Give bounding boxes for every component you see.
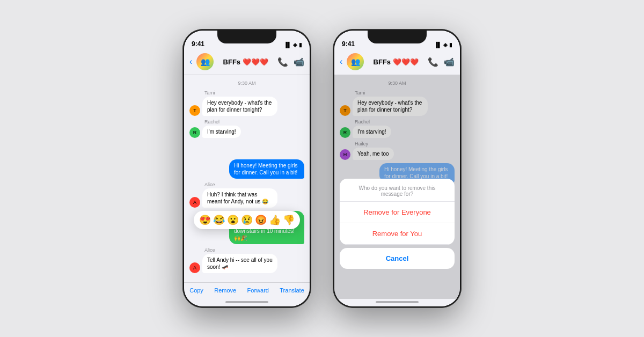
avatar-alice-1: A xyxy=(189,197,200,208)
bubble-1[interactable]: Hey everybody - what's the plan for dinn… xyxy=(202,97,277,116)
sender-alice-2: Alice xyxy=(204,247,304,253)
time-left: 9:41 xyxy=(192,40,204,48)
wifi-left: ◈ xyxy=(293,42,297,48)
messages-area-left: 9:30 AM Tarni T Hey everybody - what's t… xyxy=(184,75,310,282)
emoji-sad[interactable]: 😢 xyxy=(241,214,253,226)
msg-group-2: Rachel R I'm starving! xyxy=(189,119,304,138)
phone-left: 9:41 ▐▌ ◈ ▮ ‹ 👥 BFFs ❤️❤️❤️ 📞 📹 9:30 AM … xyxy=(182,29,311,308)
status-icons-left: ▐▌ ◈ ▮ xyxy=(284,42,302,48)
message-row-2: R I'm starving! xyxy=(189,126,304,138)
header-icons-right: 📞 📹 xyxy=(428,57,455,67)
sender-tarni: Tarni xyxy=(204,90,304,96)
signal-left: ▐▌ xyxy=(284,42,291,48)
outgoing-group-left: 😍 😂 😮 😢 😡 👍 👎 Hi honey! Meeting the girl… xyxy=(189,141,304,179)
messages-area-right: 9:30 AM Tarni T Hey everybody - what's t… xyxy=(334,75,460,299)
signal-right: ▐▌ xyxy=(434,42,442,48)
header-icons-left: 📞 📹 xyxy=(277,57,304,67)
phone-icon-left[interactable]: 📞 xyxy=(277,57,288,67)
message-row-4: A Huh? I think that was meant for Andy, … xyxy=(189,188,304,208)
battery-right: ▮ xyxy=(449,42,452,48)
home-indicator-left xyxy=(184,299,310,306)
group-avatar-left: 👥 xyxy=(196,53,214,70)
msg-group-4: Alice A Huh? I think that was meant for … xyxy=(189,182,304,208)
dialog-title: Who do you want to remove this message f… xyxy=(340,179,455,202)
sender-rachel: Rachel xyxy=(204,119,304,124)
emoji-angry[interactable]: 😡 xyxy=(255,214,267,226)
emoji-thumbsdown[interactable]: 👎 xyxy=(283,214,295,226)
video-icon-right[interactable]: 📹 xyxy=(444,57,455,67)
message-row-1: T Hey everybody - what's the plan for di… xyxy=(189,97,304,116)
emoji-picker-left[interactable]: 😍 😂 😮 😢 😡 👍 👎 xyxy=(194,211,300,229)
dialog-sheet: Who do you want to remove this message f… xyxy=(340,179,455,245)
action-translate[interactable]: Translate xyxy=(280,287,304,294)
time-right: 9:41 xyxy=(342,40,355,48)
emoji-wow[interactable]: 😮 xyxy=(227,214,239,226)
chat-header-left: ‹ 👥 BFFs ❤️❤️❤️ 📞 📹 xyxy=(184,50,310,75)
avatar-rachel: R xyxy=(189,127,200,138)
chat-title-right: BFFs ❤️❤️❤️ xyxy=(367,58,425,66)
chat-title-left: BFFs ❤️❤️❤️ xyxy=(217,58,274,66)
status-icons-right: ▐▌ ◈ ▮ xyxy=(434,42,452,48)
action-copy[interactable]: Copy xyxy=(189,287,203,294)
emoji-thumbsup[interactable]: 👍 xyxy=(269,214,281,226)
bubble-6[interactable]: Tell Andy hi -- see all of you soon! 🛹 xyxy=(202,254,277,273)
bubble-3[interactable]: Hi honey! Meeting the girls for dinner. … xyxy=(229,159,304,179)
msg-group-6: Alice A Tell Andy hi -- see all of you s… xyxy=(189,247,304,273)
action-remove[interactable]: Remove xyxy=(214,287,236,294)
back-button-right[interactable]: ‹ xyxy=(340,57,342,67)
wifi-right: ◈ xyxy=(443,42,448,48)
back-button-left[interactable]: ‹ xyxy=(189,57,192,67)
dialog-overlay: Who do you want to remove this message f… xyxy=(334,75,460,299)
home-bar-right xyxy=(376,301,419,303)
phone-icon-right[interactable]: 📞 xyxy=(428,57,438,67)
emoji-heart-eyes[interactable]: 😍 xyxy=(199,214,211,226)
notch-left xyxy=(217,31,276,43)
group-avatar-right: 👥 xyxy=(347,53,364,70)
message-row-6: A Tell Andy hi -- see all of you soon! 🛹 xyxy=(189,254,304,273)
home-indicator-right xyxy=(334,299,460,306)
sender-alice-1: Alice xyxy=(204,182,304,187)
remove-everyone-option[interactable]: Remove for Everyone xyxy=(340,202,455,223)
avatar-alice-2: A xyxy=(189,262,200,273)
action-forward[interactable]: Forward xyxy=(247,287,269,294)
notch-right xyxy=(368,31,427,43)
message-row-3: Hi honey! Meeting the girls for dinner. … xyxy=(189,159,304,179)
bubble-2[interactable]: I'm starving! xyxy=(202,126,241,138)
chat-header-right: ‹ 👥 BFFs ❤️❤️❤️ 📞 📹 xyxy=(334,50,460,75)
bubble-4[interactable]: Huh? I think that was meant for Andy, no… xyxy=(202,188,277,208)
battery-left: ▮ xyxy=(299,42,302,48)
phone-right: 9:41 ▐▌ ◈ ▮ ‹ 👥 BFFs ❤️❤️❤️ 📞 📹 9:30 AM … xyxy=(333,29,462,308)
emoji-laugh[interactable]: 😂 xyxy=(213,214,225,226)
home-bar-left xyxy=(225,301,268,303)
msg-group-1: Tarni T Hey everybody - what's the plan … xyxy=(189,90,304,116)
dialog-cancel-button[interactable]: Cancel xyxy=(340,248,455,269)
time-stamp-left: 9:30 AM xyxy=(189,80,304,86)
remove-for-you-option[interactable]: Remove for You xyxy=(340,223,455,245)
video-icon-left[interactable]: 📹 xyxy=(294,57,304,67)
avatar-tarni: T xyxy=(189,105,200,116)
action-bar-left: Copy Remove Forward Translate xyxy=(184,282,310,299)
